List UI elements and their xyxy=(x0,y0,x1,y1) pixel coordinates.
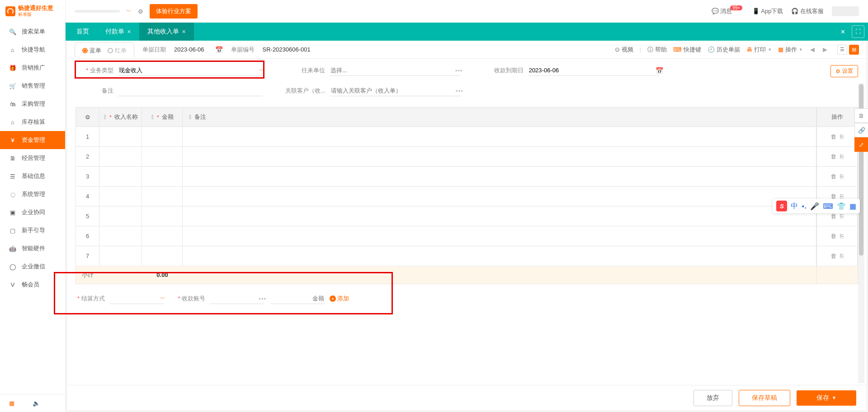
date-value[interactable]: 2023-06-06 xyxy=(174,46,204,53)
tabs-close-icon[interactable]: ✕ xyxy=(836,25,849,38)
ime-mic-icon[interactable]: 🎤 xyxy=(810,202,819,211)
nav-sales[interactable]: 🛒销售管理 xyxy=(0,77,65,95)
nav-corp[interactable]: ▣企业协同 xyxy=(0,203,65,221)
help-action[interactable]: ⓘ帮助 xyxy=(647,46,667,54)
tabs-expand-icon[interactable]: ⛶ xyxy=(852,25,864,38)
save-draft-button[interactable]: 保存草稿 xyxy=(739,390,790,406)
copy-icon[interactable]: ⎘ xyxy=(840,253,844,259)
next-doc-button[interactable]: ▶ xyxy=(822,46,828,53)
prev-doc-button[interactable]: ◀ xyxy=(809,46,816,53)
settings-button[interactable]: ⚙设置 xyxy=(830,65,858,77)
print-action[interactable]: 🖶打印▼ xyxy=(746,46,772,54)
row-index: 1 xyxy=(76,127,99,146)
rail-note-icon[interactable]: 🗎 xyxy=(854,108,868,123)
tab-payment[interactable]: 付款单✕ xyxy=(97,23,139,41)
delete-icon[interactable]: 🗑 xyxy=(830,253,836,259)
close-icon[interactable]: ✕ xyxy=(127,29,131,35)
nav-purchase[interactable]: 🛍采购管理 xyxy=(0,95,65,113)
rail-attach-icon[interactable]: 🔗 xyxy=(854,123,868,137)
nav-search[interactable]: 🔍搜索菜单 xyxy=(0,23,65,41)
delete-icon[interactable]: 🗑 xyxy=(830,153,836,160)
table-row[interactable]: 6 xyxy=(76,226,816,246)
col-amount[interactable]: ▲▼* 金额 xyxy=(142,108,183,126)
radio-blue[interactable]: 蓝单 xyxy=(82,47,101,55)
rail-expand-icon[interactable]: ⤢ xyxy=(854,137,868,152)
add-settlement-button[interactable]: +添加 xyxy=(330,295,349,303)
copy-icon[interactable]: ⎘ xyxy=(840,153,844,160)
ime-lang[interactable]: 中 xyxy=(791,201,798,211)
copy-icon[interactable]: ⎘ xyxy=(840,173,844,180)
gear-icon[interactable]: ⚙ xyxy=(138,8,143,15)
chevron-down-icon[interactable]: ﹀ xyxy=(160,295,165,303)
video-action[interactable]: ⊙视频 xyxy=(615,46,633,54)
copy-icon[interactable]: ⎘ xyxy=(840,213,844,220)
close-icon[interactable]: ✕ xyxy=(182,29,186,35)
avatar[interactable] xyxy=(832,6,859,16)
nav-quick[interactable]: ⌂快捷导航 xyxy=(0,41,65,59)
try-plan-button[interactable]: 体验行业方案 xyxy=(150,4,198,19)
ime-keyboard-icon[interactable]: ⌨ xyxy=(823,202,833,211)
save-button[interactable]: 保存▼ xyxy=(797,390,856,406)
chevron-down-icon[interactable]: ﹀ xyxy=(259,67,264,75)
nav-vip[interactable]: V畅会员 xyxy=(0,276,65,294)
more-icon[interactable]: ••• xyxy=(455,67,463,74)
copy-icon[interactable]: ⎘ xyxy=(840,233,844,239)
delete-icon[interactable]: 🗑 xyxy=(830,233,836,239)
nav-marketing[interactable]: 🎁营销推广 xyxy=(0,59,65,77)
ime-skin-icon[interactable]: 👕 xyxy=(837,202,846,211)
more-icon[interactable]: ••• xyxy=(259,295,266,302)
biz-type-input[interactable] xyxy=(118,65,263,76)
col-settings[interactable]: ⚙ xyxy=(76,108,99,126)
nav-business[interactable]: 🗎经营管理 xyxy=(0,149,65,167)
online-service-link[interactable]: 🎧 在线客服 xyxy=(791,7,824,15)
table-row[interactable]: 3 xyxy=(76,166,816,186)
discard-button[interactable]: 放弃 xyxy=(693,390,732,406)
col-income-name[interactable]: ▲▼* 收入名称 xyxy=(99,108,142,126)
nav-label: 企业微信 xyxy=(22,262,45,271)
view-form-button[interactable]: ▤ xyxy=(849,45,859,55)
settle-account-input[interactable] xyxy=(210,293,264,304)
partner-input[interactable] xyxy=(330,65,461,76)
remark-input[interactable] xyxy=(118,85,263,96)
org-name[interactable] xyxy=(75,10,120,13)
nav-wechat[interactable]: ◯企业微信 xyxy=(0,258,65,276)
settle-amount-input[interactable] xyxy=(271,293,325,304)
app-download-link[interactable]: 📱 App下载 xyxy=(752,7,783,15)
view-list-button[interactable]: ☰ xyxy=(837,45,847,55)
ime-punct-icon[interactable]: •، xyxy=(802,202,807,211)
nav-system[interactable]: ◌系统管理 xyxy=(0,185,65,203)
nav-stock[interactable]: ⌂库存核算 xyxy=(0,113,65,131)
messages-link[interactable]: 💬 消息99+ xyxy=(712,7,745,15)
footer-grid-icon[interactable]: ▦ xyxy=(9,400,14,407)
delete-icon[interactable]: 🗑 xyxy=(830,213,836,220)
due-date-input[interactable] xyxy=(528,65,659,76)
chevron-down-icon[interactable]: ﹀ xyxy=(126,8,132,15)
calendar-icon[interactable]: 📅 xyxy=(215,46,223,53)
tab-home[interactable]: 首页 xyxy=(68,23,97,41)
copy-icon[interactable]: ⎘ xyxy=(840,133,844,140)
more-icon[interactable]: ••• xyxy=(456,88,463,94)
ime-toolbar[interactable]: S 中 •، 🎤 ⌨ 👕 ▦ xyxy=(773,199,860,213)
shortcut-action[interactable]: ⌨快捷键 xyxy=(673,46,701,54)
tab-other-income[interactable]: 其他收入单✕ xyxy=(139,23,194,41)
col-remark[interactable]: ▲▼备注 xyxy=(183,108,816,126)
delete-icon[interactable]: 🗑 xyxy=(830,173,836,180)
table-row[interactable]: 1 xyxy=(76,126,816,146)
history-action[interactable]: 🕘历史单据 xyxy=(708,46,740,54)
settle-method-input[interactable] xyxy=(109,293,164,304)
footer-sound-icon[interactable]: 🔈 xyxy=(33,400,40,407)
delete-icon[interactable]: 🗑 xyxy=(830,133,836,140)
nav-funds[interactable]: ¥资金管理 xyxy=(0,131,65,149)
radio-red[interactable]: 红单 xyxy=(108,47,127,55)
calendar-icon[interactable]: 📅 xyxy=(656,67,663,74)
ops-action[interactable]: ▦操作▼ xyxy=(778,46,803,54)
table-row[interactable]: 5 xyxy=(76,206,816,226)
nav-basic[interactable]: ☰基础信息 xyxy=(0,167,65,185)
ime-tool-icon[interactable]: ▦ xyxy=(849,202,856,211)
rel-customer-input[interactable] xyxy=(330,85,461,96)
nav-hardware[interactable]: 🤖智能硬件 xyxy=(0,239,65,258)
table-row[interactable]: 7 xyxy=(76,246,816,266)
table-row[interactable]: 2 xyxy=(76,146,816,166)
table-row[interactable]: 4 xyxy=(76,186,816,206)
nav-guide[interactable]: ▢新手引导 xyxy=(0,221,65,239)
